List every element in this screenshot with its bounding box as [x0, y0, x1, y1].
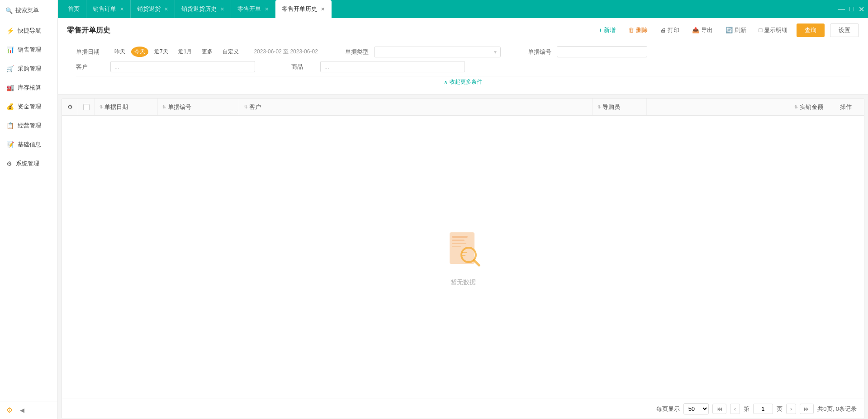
nav-icon-purchase: 🛒 — [6, 65, 14, 72]
collapse-arrow-icon: ∧ — [444, 79, 448, 85]
empty-state: 暂无数据 — [62, 116, 864, 399]
search-icon: 🔍 — [5, 7, 13, 14]
tab-bar-actions: — □ ✕ — [838, 5, 864, 14]
date-btn-近1月[interactable]: 近1月 — [174, 47, 196, 57]
tab-close-sales-return-history[interactable]: ✕ — [220, 6, 224, 12]
page-number-input[interactable]: 1 — [753, 404, 773, 414]
th-number[interactable]: ⇅ 单据编号 — [158, 99, 239, 115]
tab-retail-open-history[interactable]: 零售开单历史✕ — [275, 0, 332, 18]
sidebar-item-system[interactable]: ⚙系统管理 — [0, 154, 57, 173]
last-page-button[interactable]: ⏭ — [800, 404, 814, 414]
tab-sales-return[interactable]: 销货退货✕ — [131, 0, 175, 18]
tab-label-home: 首页 — [68, 5, 80, 13]
th-settings[interactable]: ⚙ — [62, 99, 78, 115]
select-all-checkbox[interactable] — [83, 104, 90, 110]
next-page-button[interactable]: › — [786, 404, 796, 414]
print-button[interactable]: 🖨 打印 — [657, 24, 683, 36]
per-page-label: 每页显示 — [656, 405, 680, 413]
collapse-icon[interactable]: ◀ — [20, 407, 24, 414]
order-type-label: 单据类型 — [345, 48, 370, 56]
dropdown-icon: ▾ — [494, 49, 497, 55]
settings-icon[interactable]: ⚙ — [6, 406, 13, 414]
window-restore-icon[interactable]: □ — [849, 5, 854, 13]
prev-page-button[interactable]: ‹ — [730, 404, 740, 414]
th-number-label: 单据编号 — [168, 103, 191, 111]
th-checkbox[interactable] — [78, 99, 95, 115]
add-button[interactable]: + 新增 — [595, 24, 619, 36]
sidebar: 🔍 搜索菜单 ⚡快捷导航📊销售管理🛒采购管理🏭库存核算💰资金管理📋经营管理📝基础… — [0, 0, 58, 419]
date-btn-更多[interactable]: 更多 — [198, 47, 217, 57]
nav-label-system: 系统管理 — [16, 160, 39, 168]
th-customer[interactable]: ⇅ 客户 — [239, 99, 593, 115]
sidebar-search[interactable]: 🔍 搜索菜单 — [0, 0, 57, 21]
tab-close-retail-open-history[interactable]: ✕ — [321, 6, 325, 12]
tab-sales-return-history[interactable]: 销货退货历史✕ — [175, 0, 231, 18]
page-title: 零售开单历史 — [67, 26, 110, 35]
window-minimize-icon[interactable]: — — [838, 5, 845, 13]
sidebar-item-finance[interactable]: 💰资金管理 — [0, 97, 57, 116]
nav-icon-manage: 📋 — [6, 122, 14, 129]
sort-icon-amount: ⇅ — [794, 104, 798, 109]
sort-icon-customer: ⇅ — [244, 104, 247, 109]
order-number-input[interactable] — [557, 46, 647, 57]
th-amount-label: 实销金额 — [800, 103, 823, 111]
table-header: ⚙ ⇅ 单据日期 ⇅ 单据编号 ⇅ 客户 ⇅ — [62, 99, 864, 116]
filter-area: 单据日期 昨天今天近7天近1月更多自定义 2023-06-02 至 2023-0… — [67, 42, 859, 94]
sidebar-item-quick-nav[interactable]: ⚡快捷导航 — [0, 21, 57, 40]
page-title-row: 零售开单历史 + 新增 🗑 删除 🖨 打印 📤 导出 🔄 刷新 □ 显示明细 查… — [67, 24, 859, 37]
date-btn-今天[interactable]: 今天 — [131, 47, 148, 57]
nav-icon-sales: 📊 — [6, 46, 14, 53]
th-guide[interactable]: ⇅ 导购员 — [593, 99, 647, 115]
nav-label-purchase: 采购管理 — [18, 65, 41, 73]
tab-home[interactable]: 首页 — [62, 0, 86, 18]
delete-button[interactable]: 🗑 删除 — [625, 24, 651, 36]
collapse-button[interactable]: ∧ 收起更多条件 — [76, 76, 850, 88]
query-button[interactable]: 查询 — [797, 24, 825, 37]
order-number-label: 单据编号 — [528, 48, 553, 56]
sidebar-item-sales[interactable]: 📊销售管理 — [0, 40, 57, 59]
sidebar-search-label: 搜索菜单 — [15, 6, 39, 14]
nav-label-finance: 资金管理 — [18, 103, 41, 111]
th-date[interactable]: ⇅ 单据日期 — [95, 99, 158, 115]
empty-text: 暂无数据 — [451, 278, 476, 287]
per-page-select[interactable]: 50 100 200 — [683, 403, 709, 414]
order-type-select[interactable]: ▾ — [374, 47, 501, 57]
first-page-button[interactable]: ⏮ — [712, 404, 726, 414]
date-label: 单据日期 — [76, 48, 101, 56]
date-btn-昨天[interactable]: 昨天 — [110, 47, 129, 57]
refresh-button[interactable]: 🔄 刷新 — [722, 24, 750, 36]
sidebar-item-basic[interactable]: 📝基础信息 — [0, 135, 57, 154]
export-button[interactable]: 📤 导出 — [688, 24, 716, 36]
th-amount[interactable]: ⇅ 实销金额 — [647, 99, 828, 115]
sidebar-item-inventory[interactable]: 🏭库存核算 — [0, 78, 57, 97]
sidebar-bottom: ⚙ ◀ — [0, 401, 57, 419]
tab-close-sales-order[interactable]: ✕ — [120, 6, 124, 12]
settings-button[interactable]: 设置 — [830, 24, 859, 37]
customer-label: 客户 — [76, 63, 101, 71]
sort-icon: ⇅ — [99, 104, 103, 109]
svg-line-6 — [474, 260, 479, 265]
nav-icon-quick-nav: ⚡ — [6, 27, 14, 34]
page-prefix: 第 — [744, 405, 749, 413]
sidebar-item-manage[interactable]: 📋经营管理 — [0, 116, 57, 135]
nav-icon-basic: 📝 — [6, 141, 14, 148]
customer-input[interactable]: ... — [110, 61, 255, 72]
product-placeholder: ... — [324, 63, 329, 70]
tab-sales-order[interactable]: 销售订单✕ — [86, 0, 131, 18]
tabs-container: 首页销售订单✕销货退货✕销货退货历史✕零售开单✕零售开单历史✕ — [62, 0, 332, 18]
order-type-section: 单据类型 ▾ — [345, 47, 501, 57]
date-btn-自定义[interactable]: 自定义 — [218, 47, 243, 57]
date-buttons: 昨天今天近7天近1月更多自定义 — [110, 47, 243, 57]
product-input[interactable]: ... — [320, 61, 465, 72]
date-btn-近7天[interactable]: 近7天 — [150, 47, 172, 57]
sidebar-item-purchase[interactable]: 🛒采购管理 — [0, 59, 57, 78]
tab-close-retail-open[interactable]: ✕ — [265, 6, 269, 12]
window-close-icon[interactable]: ✕ — [859, 5, 864, 14]
svg-rect-1 — [452, 236, 468, 238]
nav-label-manage: 经营管理 — [18, 122, 41, 130]
page-header: 零售开单历史 + 新增 🗑 删除 🖨 打印 📤 导出 🔄 刷新 □ 显示明细 查… — [58, 18, 868, 94]
date-range: 2023-06-02 至 2023-06-02 — [254, 48, 318, 56]
tab-retail-open[interactable]: 零售开单✕ — [231, 0, 275, 18]
display-detail-button[interactable]: □ 显示明细 — [755, 24, 791, 36]
tab-close-sales-return[interactable]: ✕ — [164, 6, 168, 12]
